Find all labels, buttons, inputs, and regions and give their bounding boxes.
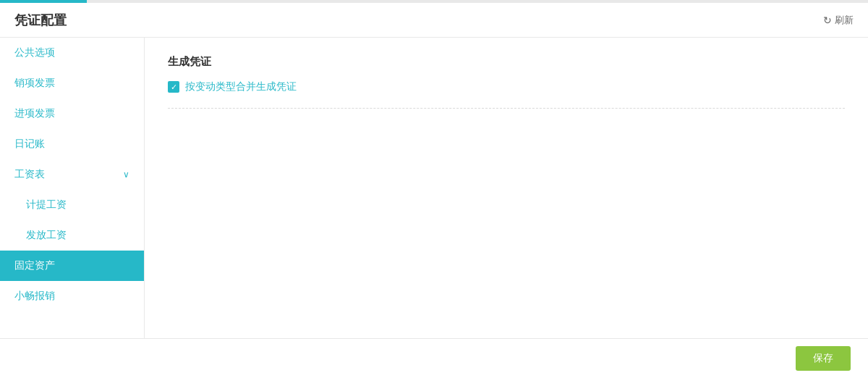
checkbox-row: ✓ 按变动类型合并生成凭证: [168, 80, 845, 93]
page-header: 凭证配置 ↻ 刷新: [0, 3, 868, 38]
sidebar-item-label: 小畅报销: [14, 290, 55, 303]
refresh-label: 刷新: [835, 14, 854, 27]
sidebar-item-label: 日记账: [14, 138, 45, 151]
sidebar-item-label: 工资表: [14, 168, 45, 181]
sidebar-item-fixed-assets[interactable]: 固定资产: [0, 251, 144, 281]
save-button[interactable]: 保存: [796, 346, 851, 371]
check-mark-icon: ✓: [171, 83, 177, 91]
sidebar-item-label: 固定资产: [14, 259, 55, 272]
sidebar-item-payroll-issue[interactable]: 发放工资: [0, 220, 144, 251]
sidebar-item-label: 发放工资: [26, 229, 67, 242]
chevron-down-icon: ∨: [123, 169, 129, 180]
divider: [168, 108, 845, 109]
main-layout: 公共选项销项发票进项发票日记账工资表∨计提工资发放工资固定资产小畅报销 生成凭证…: [0, 38, 868, 338]
sidebar-item-purchase-invoice[interactable]: 进项发票: [0, 98, 144, 129]
sidebar-item-payroll-calc[interactable]: 计提工资: [0, 190, 144, 220]
sidebar-item-public-options[interactable]: 公共选项: [0, 38, 144, 68]
page-footer: 保存: [0, 338, 868, 378]
section-title: 生成凭证: [168, 55, 845, 69]
merge-checkbox[interactable]: ✓: [168, 81, 179, 93]
sidebar-item-expense-report[interactable]: 小畅报销: [0, 281, 144, 311]
sidebar-item-label: 公共选项: [14, 46, 55, 59]
sidebar-item-label: 进项发票: [14, 107, 55, 120]
sidebar-item-journal[interactable]: 日记账: [0, 129, 144, 159]
checkbox-label: 按变动类型合并生成凭证: [185, 80, 297, 93]
content-area: 生成凭证 ✓ 按变动类型合并生成凭证: [145, 38, 868, 338]
sidebar-item-payroll-table[interactable]: 工资表∨: [0, 159, 144, 190]
refresh-icon: ↻: [823, 14, 832, 26]
sidebar-item-label: 销项发票: [14, 77, 55, 90]
page-title: 凭证配置: [14, 12, 67, 29]
sidebar-item-sales-invoice[interactable]: 销项发票: [0, 68, 144, 98]
sidebar-item-label: 计提工资: [26, 198, 67, 211]
sidebar: 公共选项销项发票进项发票日记账工资表∨计提工资发放工资固定资产小畅报销: [0, 38, 145, 338]
refresh-button[interactable]: ↻ 刷新: [823, 14, 854, 27]
